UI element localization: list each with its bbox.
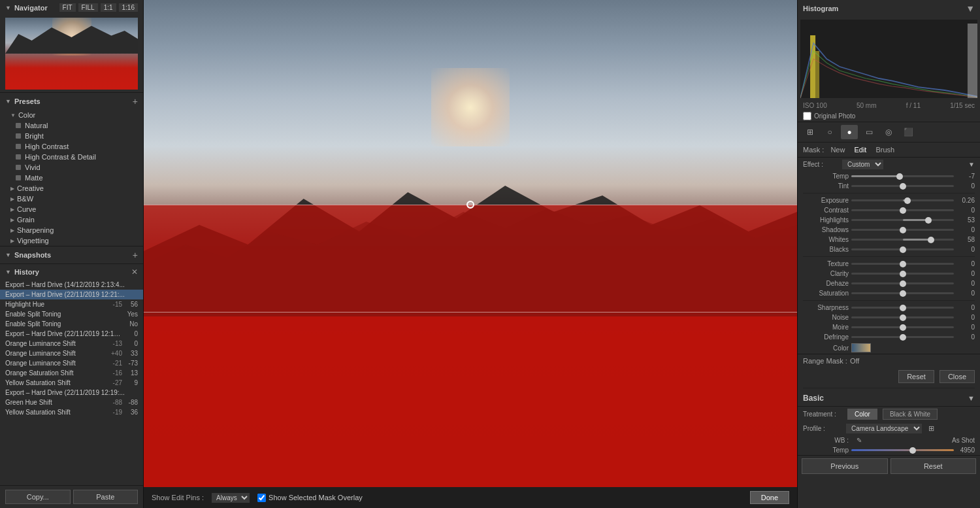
show-mask-overlay-label[interactable]: Show Selected Mask Overlay bbox=[257, 494, 363, 502]
rect-tool-icon[interactable]: ▭ bbox=[860, 125, 877, 139]
preset-matte[interactable]: Matte bbox=[0, 173, 143, 183]
mask-brush-btn[interactable]: Brush bbox=[873, 145, 897, 154]
preset-high-contrast-detail[interactable]: High Contrast & Detail bbox=[0, 152, 143, 162]
preset-high-contrast[interactable]: High Contrast bbox=[0, 141, 143, 152]
history-item-13[interactable]: Yellow Saturation Shift -19 36 bbox=[0, 407, 143, 417]
history-item-9[interactable]: Orange Saturation Shift -16 13 bbox=[0, 368, 143, 378]
done-button[interactable]: Done bbox=[750, 491, 789, 504]
sharpness-value: 0 bbox=[956, 304, 975, 311]
preset-color-group[interactable]: ▼ Color bbox=[0, 110, 143, 120]
preset-bright[interactable]: Bright bbox=[0, 131, 143, 141]
toggle-tool-icon[interactable]: ⬛ bbox=[900, 125, 917, 139]
history-item-11[interactable]: Export – Hard Drive (22/11/2019 12:19:..… bbox=[0, 388, 143, 398]
treatment-color-btn[interactable]: Color bbox=[847, 409, 877, 420]
hist-iso: ISO 100 bbox=[803, 102, 827, 109]
history-item-0[interactable]: Export – Hard Drive (14/12/2019 2:13:4..… bbox=[0, 280, 143, 290]
defringe-track[interactable] bbox=[851, 336, 954, 338]
dehaze-value: 0 bbox=[956, 280, 975, 287]
history-item-8[interactable]: Orange Luminance Shift -21 -73 bbox=[0, 358, 143, 368]
sharpness-track[interactable] bbox=[851, 307, 954, 309]
bw-label: B&W bbox=[17, 195, 33, 203]
center-pin[interactable] bbox=[466, 201, 474, 209]
history-close-btn[interactable]: ✕ bbox=[131, 267, 138, 277]
mask-new-btn[interactable]: New bbox=[828, 145, 847, 154]
preset-vignetting-group[interactable]: ▶ Vignetting bbox=[0, 235, 143, 246]
snapshots-header[interactable]: ▼ Snapshots + bbox=[0, 246, 143, 263]
history-item-12[interactable]: Green Hue Shift -88 -88 bbox=[0, 398, 143, 407]
shadows-track[interactable] bbox=[851, 229, 954, 231]
presets-add-btn[interactable]: + bbox=[133, 96, 138, 107]
sharpness-label: Sharpness bbox=[803, 304, 849, 311]
copy-button[interactable]: Copy... bbox=[5, 490, 71, 504]
preset-vivid[interactable]: Vivid bbox=[0, 162, 143, 173]
preset-bw-group[interactable]: ▶ B&W bbox=[0, 194, 143, 204]
blacks-track[interactable] bbox=[851, 248, 954, 250]
texture-label: Texture bbox=[803, 260, 849, 267]
snapshots-add-btn[interactable]: + bbox=[133, 250, 138, 260]
preset-natural[interactable]: Natural bbox=[0, 120, 143, 131]
noise-track[interactable] bbox=[851, 316, 954, 318]
basic-title: Basic bbox=[803, 394, 824, 403]
dehaze-track[interactable] bbox=[851, 282, 954, 284]
show-mask-overlay-checkbox[interactable] bbox=[257, 494, 266, 502]
zoom-1-16[interactable]: 1:16 bbox=[119, 3, 138, 12]
zoom-fit[interactable]: FIT bbox=[59, 3, 76, 12]
highlights-track[interactable] bbox=[851, 219, 954, 221]
basic-temp-track[interactable] bbox=[851, 449, 954, 451]
preset-grain-group[interactable]: ▶ Grain bbox=[0, 214, 143, 225]
original-photo-checkbox[interactable] bbox=[803, 112, 811, 120]
show-edit-pins-select[interactable]: Always bbox=[212, 493, 250, 503]
sharpening-triangle: ▶ bbox=[10, 228, 14, 233]
navigator-header[interactable]: ▼ Navigator FIT FILL 1:1 1:16 bbox=[0, 0, 143, 15]
treatment-bw-btn[interactable]: Black & White bbox=[883, 409, 938, 420]
history-item-5[interactable]: Export – Hard Drive (22/11/2019 12:19:..… bbox=[0, 329, 143, 339]
effect-label-text: Effect : bbox=[803, 161, 842, 168]
paste-button[interactable]: Paste bbox=[73, 490, 139, 504]
exposure-track[interactable] bbox=[851, 199, 954, 201]
history-item-1[interactable]: Export – Hard Drive (22/11/2019 12:21:..… bbox=[0, 290, 143, 299]
history-item-7[interactable]: Orange Luminance Shift +40 33 bbox=[0, 348, 143, 358]
effect-select[interactable]: Custom bbox=[842, 160, 883, 169]
exposure-label: Exposure bbox=[803, 197, 849, 204]
basic-header[interactable]: Basic ▼ bbox=[798, 390, 980, 407]
history-item-10[interactable]: Yellow Saturation Shift -27 9 bbox=[0, 378, 143, 388]
preset-creative-group[interactable]: ▶ Creative bbox=[0, 183, 143, 194]
mask-row: Mask : New Edit Brush bbox=[798, 143, 980, 158]
tint-track[interactable] bbox=[851, 185, 954, 187]
zoom-fill[interactable]: FILL bbox=[78, 3, 98, 12]
vignetting-label: Vignetting bbox=[17, 237, 49, 245]
hist-shutter: 1/15 sec bbox=[950, 102, 975, 109]
zoom-1-1[interactable]: 1:1 bbox=[101, 3, 116, 12]
preset-sharpening-group[interactable]: ▶ Sharpening bbox=[0, 225, 143, 235]
radial-tool-icon[interactable]: ○ bbox=[821, 125, 838, 139]
target-tool-icon[interactable]: ◎ bbox=[880, 125, 897, 139]
contrast-track[interactable] bbox=[851, 209, 954, 211]
previous-button[interactable]: Previous bbox=[802, 458, 888, 474]
moire-track[interactable] bbox=[851, 326, 954, 328]
mask-edit-btn[interactable]: Edit bbox=[851, 145, 869, 154]
history-item-4[interactable]: Enable Split Toning No bbox=[0, 319, 143, 329]
circle-tool-active-icon[interactable]: ● bbox=[841, 125, 858, 139]
profile-select[interactable]: Camera Landscape bbox=[846, 424, 922, 433]
history-header[interactable]: ▼ History ✕ bbox=[0, 264, 143, 280]
grid-tool-icon[interactable]: ⊞ bbox=[802, 125, 819, 139]
temp-track[interactable] bbox=[851, 175, 954, 177]
hist-focal: 50 mm bbox=[857, 102, 877, 109]
basic-temp-row: Temp 4950 bbox=[798, 445, 980, 455]
texture-track[interactable] bbox=[851, 263, 954, 265]
history-item-6[interactable]: Orange Luminance Shift -13 0 bbox=[0, 339, 143, 348]
wb-dropper-icon[interactable]: ✎ bbox=[857, 437, 862, 444]
reset-bottom-button[interactable]: Reset bbox=[890, 458, 977, 474]
saturation-track[interactable] bbox=[851, 292, 954, 294]
whites-track[interactable] bbox=[851, 239, 954, 241]
presets-header[interactable]: ▼ Presets + bbox=[0, 93, 143, 110]
histogram-header[interactable]: Histogram ▼ bbox=[798, 0, 980, 17]
clarity-track[interactable] bbox=[851, 273, 954, 275]
histogram-expand-icon[interactable]: ▼ bbox=[966, 3, 975, 14]
history-item-3[interactable]: Enable Split Toning Yes bbox=[0, 309, 143, 319]
reset-button[interactable]: Reset bbox=[898, 370, 934, 383]
history-item-2[interactable]: Highlight Hue -15 56 bbox=[0, 299, 143, 309]
close-button[interactable]: Close bbox=[939, 370, 975, 383]
preset-curve-group[interactable]: ▶ Curve bbox=[0, 204, 143, 214]
histogram-area bbox=[800, 20, 977, 98]
